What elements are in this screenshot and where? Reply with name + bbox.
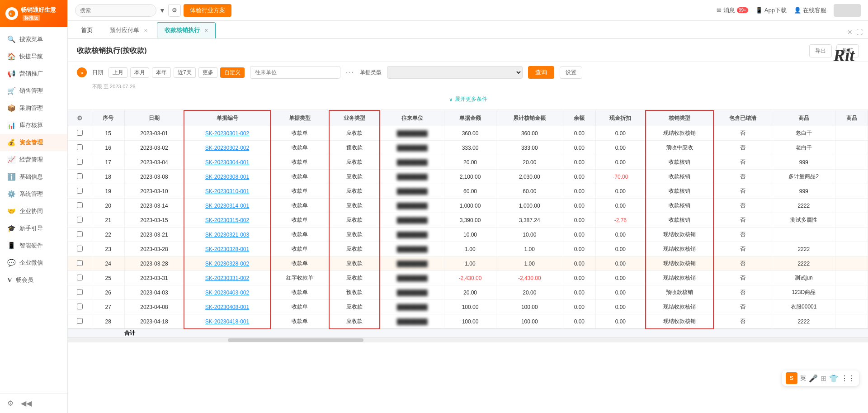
row-checkbox[interactable] bbox=[68, 126, 92, 141]
row-select-checkbox[interactable] bbox=[77, 144, 83, 150]
row-bill-no[interactable]: SK-20230302-002 bbox=[184, 141, 270, 155]
row-checkbox[interactable] bbox=[68, 271, 92, 285]
expand-more-btn[interactable]: ∨ 展开更多条件 bbox=[449, 95, 487, 103]
row-select-checkbox[interactable] bbox=[77, 173, 83, 179]
row-bill-no-link[interactable]: SK-20230301-002 bbox=[205, 130, 249, 137]
row-bill-no-link[interactable]: SK-20230328-002 bbox=[205, 261, 249, 267]
tab-collection[interactable]: 收款核销执行 ✕ bbox=[157, 22, 216, 38]
scrollbar-thumb[interactable] bbox=[228, 338, 363, 342]
row-select-checkbox[interactable] bbox=[77, 202, 83, 208]
row-checkbox[interactable] bbox=[68, 155, 92, 170]
row-select-checkbox[interactable] bbox=[77, 289, 83, 295]
bill-type-select[interactable] bbox=[387, 66, 523, 79]
row-bill-no-link[interactable]: SK-20230331-002 bbox=[205, 275, 249, 281]
row-bill-no-link[interactable]: SK-20230304-001 bbox=[205, 159, 249, 166]
more-date-btn[interactable]: 更多 bbox=[198, 67, 217, 78]
sidebar-item-operations[interactable]: 📈 经营管理 bbox=[0, 151, 67, 168]
col-gear[interactable]: ⚙ bbox=[68, 110, 92, 126]
export-btn[interactable]: 导出 bbox=[809, 44, 832, 57]
row-checkbox[interactable] bbox=[68, 184, 92, 199]
tab-preorder[interactable]: 预付应付单 ✕ bbox=[102, 22, 155, 38]
sidebar-item-search[interactable]: 🔍 搜索菜单 bbox=[0, 31, 67, 48]
user-avatar[interactable] bbox=[834, 4, 861, 17]
row-select-checkbox[interactable] bbox=[77, 304, 83, 309]
sidebar-item-quick-nav[interactable]: 🏠 快捷导航 bbox=[0, 48, 67, 65]
float-grid-icon[interactable]: ⊞ bbox=[821, 374, 826, 383]
sidebar-item-smart-hw[interactable]: 📱 智能硬件 bbox=[0, 237, 67, 254]
row-bill-no-link[interactable]: SK-20230302-002 bbox=[205, 145, 249, 151]
close-all-icon[interactable]: ✕ bbox=[847, 28, 853, 36]
row-checkbox[interactable] bbox=[68, 242, 92, 256]
sidebar-item-vip[interactable]: V 畅会员 bbox=[0, 271, 67, 289]
custom-date-btn[interactable]: 自定义 bbox=[220, 67, 245, 78]
settings-gear-btn[interactable]: ⚙ bbox=[168, 4, 181, 17]
row-checkbox[interactable] bbox=[68, 199, 92, 213]
industry-btn[interactable]: 体验行业方案 bbox=[184, 4, 231, 17]
sidebar-item-system[interactable]: ⚙️ 系统管理 bbox=[0, 185, 67, 203]
table-settings-btn[interactable]: 设置 bbox=[560, 66, 582, 79]
float-apps-icon[interactable]: ⋮⋮ bbox=[841, 374, 855, 383]
row-bill-no-link[interactable]: SK-20230314-001 bbox=[205, 203, 249, 209]
this-month-btn[interactable]: 本月 bbox=[130, 67, 149, 78]
row-bill-no[interactable]: SK-20230328-001 bbox=[184, 242, 270, 256]
float-shirt-icon[interactable]: 👕 bbox=[829, 374, 838, 383]
search-input[interactable] bbox=[75, 4, 156, 17]
row-bill-no-link[interactable]: SK-20230315-002 bbox=[205, 217, 249, 223]
row-bill-no[interactable]: SK-20230403-002 bbox=[184, 285, 270, 300]
tab-preorder-close[interactable]: ✕ bbox=[144, 28, 147, 33]
row-bill-no[interactable]: SK-20230310-001 bbox=[184, 184, 270, 199]
row-checkbox[interactable] bbox=[68, 256, 92, 271]
row-bill-no[interactable]: SK-20230418-001 bbox=[184, 314, 270, 329]
row-checkbox[interactable] bbox=[68, 314, 92, 329]
row-select-checkbox[interactable] bbox=[77, 260, 83, 266]
sidebar-item-corp-wx[interactable]: 💬 企业微信 bbox=[0, 254, 67, 271]
row-bill-no[interactable]: SK-20230304-001 bbox=[184, 155, 270, 170]
expand-icon[interactable]: ⛶ bbox=[856, 28, 863, 36]
row-select-checkbox[interactable] bbox=[77, 246, 83, 252]
row-checkbox[interactable] bbox=[68, 213, 92, 228]
row-bill-no-link[interactable]: SK-20230418-001 bbox=[205, 318, 249, 325]
row-bill-no-link[interactable]: SK-20230328-001 bbox=[205, 246, 249, 252]
row-select-checkbox[interactable] bbox=[77, 188, 83, 194]
settings-footer-icon[interactable]: ⚙ bbox=[7, 399, 14, 408]
sidebar-item-inventory[interactable]: 📊 库存核算 bbox=[0, 117, 67, 134]
row-checkbox[interactable] bbox=[68, 285, 92, 300]
sidebar-item-marketing[interactable]: 📢 营销推广 bbox=[0, 65, 67, 82]
tab-home[interactable]: 首页 bbox=[73, 22, 100, 38]
sidebar-item-finance[interactable]: 💰 资金管理 bbox=[0, 134, 67, 151]
row-bill-no[interactable]: SK-20230408-001 bbox=[184, 300, 270, 314]
row-select-checkbox[interactable] bbox=[77, 231, 83, 237]
sidebar-item-basic-info[interactable]: ℹ️ 基础信息 bbox=[0, 168, 67, 185]
row-select-checkbox[interactable] bbox=[77, 159, 83, 165]
partner-input[interactable] bbox=[250, 66, 340, 79]
row-select-checkbox[interactable] bbox=[77, 130, 83, 136]
sidebar-item-purchase[interactable]: 📦 采购管理 bbox=[0, 100, 67, 117]
row-bill-no-link[interactable]: SK-20230321-003 bbox=[205, 232, 249, 238]
last-7-days-btn[interactable]: 近7天 bbox=[174, 67, 196, 78]
row-bill-no[interactable]: SK-20230331-002 bbox=[184, 271, 270, 285]
last-month-btn[interactable]: 上月 bbox=[108, 67, 127, 78]
collapse-icon[interactable]: ◀◀ bbox=[21, 399, 32, 408]
row-checkbox[interactable] bbox=[68, 228, 92, 242]
online-service[interactable]: 👤 在线客服 bbox=[794, 6, 826, 14]
tab-collection-close[interactable]: ✕ bbox=[204, 28, 208, 33]
app-download[interactable]: 📱 App下载 bbox=[755, 6, 787, 14]
row-select-checkbox[interactable] bbox=[77, 318, 83, 324]
sidebar-item-sales[interactable]: 🛒 销售管理 bbox=[0, 82, 67, 100]
query-btn[interactable]: 查询 bbox=[528, 66, 554, 79]
row-bill-no[interactable]: SK-20230315-002 bbox=[184, 213, 270, 228]
row-checkbox[interactable] bbox=[68, 170, 92, 184]
float-mic-icon[interactable]: 🎤 bbox=[809, 374, 818, 383]
sidebar-item-corp-coop[interactable]: 🤝 企业协同 bbox=[0, 203, 67, 220]
dropdown-btn[interactable]: ▼ bbox=[159, 7, 165, 14]
row-bill-no[interactable]: SK-20230321-003 bbox=[184, 228, 270, 242]
row-checkbox[interactable] bbox=[68, 141, 92, 155]
message-badge[interactable]: ✉ 消息 99+ bbox=[717, 6, 748, 14]
scrollbar-area[interactable] bbox=[68, 337, 868, 342]
row-select-checkbox[interactable] bbox=[77, 217, 83, 223]
filter-expand-btn[interactable]: » bbox=[77, 67, 87, 77]
row-checkbox[interactable] bbox=[68, 300, 92, 314]
row-bill-no-link[interactable]: SK-20230408-001 bbox=[205, 304, 249, 310]
sidebar-item-guide[interactable]: 🎓 新手引导 bbox=[0, 220, 67, 237]
row-bill-no[interactable]: SK-20230328-002 bbox=[184, 256, 270, 271]
